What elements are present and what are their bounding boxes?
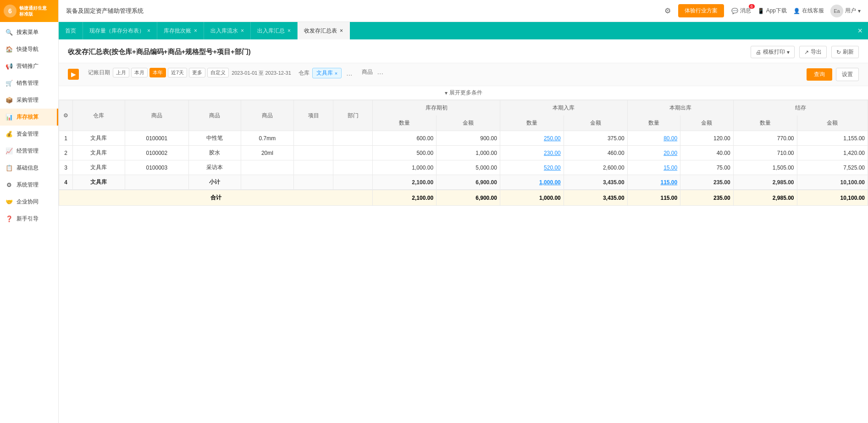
footer-init-qty: 2,100.00 [373, 190, 437, 206]
sidebar-menu: 🔍搜索菜单🏠快捷导航📢营销推广🛒销售管理📦采购管理📊库存核算💰资金管理📈经营管理… [0, 22, 58, 423]
sidebar-item-quick-nav[interactable]: 🏠快捷导航 [0, 41, 58, 58]
page-actions: 🖨 模板打印 ▾ ↗ 导出 ↻ 刷新 [751, 46, 859, 58]
cell-name: 采访本 [188, 160, 241, 175]
user-btn[interactable]: Ea 用户 ▾ [830, 5, 861, 17]
date-quick-btn-上月[interactable]: 上月 [113, 68, 129, 77]
sidebar-item-marketing[interactable]: 📢营销推广 [0, 58, 58, 75]
cell-in-qty[interactable]: 250.00 [500, 131, 564, 146]
data-table: ⚙ 仓库 商品 商品 商品 项目 部门 库存期初 本期入库 本期出库 结存 [59, 100, 868, 206]
table-config-header[interactable]: ⚙ [59, 100, 73, 131]
sidebar-item-search[interactable]: 🔍搜索菜单 [0, 24, 58, 41]
refresh-btn[interactable]: ↻ 刷新 [831, 46, 859, 58]
cell-in-qty[interactable]: 1,000.00 [500, 175, 564, 190]
col-warehouse-header: 仓库 [73, 100, 125, 131]
product-more-btn[interactable]: ... [376, 68, 385, 76]
sidebar-item-operations[interactable]: 📈经营管理 [0, 143, 58, 159]
cell-spec [241, 175, 294, 190]
cell-out-qty[interactable]: 115.00 [627, 175, 680, 190]
query-btn[interactable]: 查询 [807, 68, 832, 81]
tab-label: 现存量（库存分布表） [89, 27, 144, 35]
cell-warehouse: 文具库 [73, 131, 125, 146]
col-init-amt-header: 金额 [437, 115, 500, 131]
cell-seq: 1 [59, 131, 73, 146]
messages-btn[interactable]: 💬 消息 6 [731, 7, 751, 15]
tabs-close-all-btn[interactable]: × [852, 26, 868, 36]
sidebar-item-finance[interactable]: 💰资金管理 [0, 126, 58, 143]
cell-out-qty[interactable]: 20.00 [627, 146, 680, 160]
date-quick-btn-更多[interactable]: 更多 [189, 68, 205, 77]
col-out-amt-header: 金额 [680, 115, 734, 131]
cell-dept [333, 146, 373, 160]
search-icon: 🔍 [6, 29, 13, 36]
cell-init-amt: 5,000.00 [437, 160, 500, 175]
col-init-qty-header: 数量 [373, 115, 437, 131]
tab-close-btn[interactable]: × [147, 27, 150, 34]
tab-inventory-dist[interactable]: 现存量（库存分布表）× [83, 22, 157, 39]
cell-seq: 3 [59, 160, 73, 175]
col-in-amt-header: 金额 [564, 115, 627, 131]
tab-close-btn[interactable]: × [340, 27, 343, 34]
cell-code: 0100001 [125, 131, 188, 146]
cell-warehouse: 文具库 [73, 175, 125, 190]
tab-batch-account[interactable]: 库存批次账× [157, 22, 204, 39]
system-icon: ⚙ [6, 181, 13, 189]
expand-more-btn[interactable]: ▾ 展开更多条件 [445, 89, 482, 97]
date-quick-btn-本月[interactable]: 本月 [131, 68, 148, 77]
user-avatar: Ea [830, 5, 843, 17]
cell-project [294, 175, 333, 190]
cell-bal-amt: 1,155.00 [797, 131, 868, 146]
export-btn[interactable]: ↗ 导出 [799, 46, 827, 58]
cell-out-qty[interactable]: 15.00 [627, 160, 680, 175]
sidebar-item-purchase[interactable]: 📦采购管理 [0, 92, 58, 109]
footer-bal-qty: 2,985.00 [733, 190, 797, 206]
footer-init-amt: 6,900.00 [437, 190, 500, 206]
page-content: 收发存汇总表(按仓库+商品编码+商品+规格型号+项目+部门) 🖨 模板打印 ▾ … [59, 39, 868, 423]
filter-toggle-btn[interactable]: ▶ [68, 69, 79, 80]
col-group-out-header: 本期出库 [627, 100, 733, 116]
table-row: 3文具库0100003采访本1,000.005,000.00520.002,60… [59, 160, 868, 175]
footer-out-qty: 115.00 [627, 190, 680, 206]
tab-label: 收发存汇总表 [304, 27, 337, 35]
sidebar-item-guide[interactable]: ❓新手引导 [0, 210, 58, 227]
operations-icon: 📈 [6, 148, 13, 155]
tab-close-btn[interactable]: × [194, 27, 197, 34]
cell-seq: 2 [59, 146, 73, 160]
sidebar-item-sales[interactable]: 🛒销售管理 [0, 75, 58, 92]
print-btn[interactable]: 🖨 模板打印 ▾ [751, 46, 795, 58]
cell-project [294, 160, 333, 175]
warehouse-more-btn[interactable]: ... [344, 69, 354, 77]
sidebar-item-system[interactable]: ⚙系统管理 [0, 176, 58, 193]
filter-settings-btn[interactable]: 设置 [836, 68, 859, 81]
topbar-gear-icon[interactable]: ⚙ [664, 6, 671, 15]
logo-text: 畅捷通好生意 标准版 [19, 5, 47, 17]
footer-in-qty: 1,000.00 [500, 190, 564, 206]
sidebar-item-inventory[interactable]: 📊库存核算 [0, 109, 58, 126]
warehouse-tag-close[interactable]: × [335, 71, 337, 76]
page-inner: 收发存汇总表(按仓库+商品编码+商品+规格型号+项目+部门) 🖨 模板打印 ▾ … [59, 39, 868, 423]
tab-label: 出入库汇总 [257, 27, 285, 35]
tab-close-btn[interactable]: × [241, 27, 244, 34]
date-quick-btn-近7天[interactable]: 近7天 [168, 68, 187, 77]
filter-date-group: 记账日期 上月本月本年近7天更多自定义 2023-01-01 至 2023-12… [88, 68, 291, 77]
cell-dept [333, 131, 373, 146]
industry-btn[interactable]: 体验行业方案 [678, 4, 724, 17]
tab-in-out-flow[interactable]: 出入库流水× [204, 22, 251, 39]
sidebar-item-basic-info[interactable]: 📋基础信息 [0, 159, 58, 176]
main-area: 装备及固定资产辅助管理系统 ⚙ 体验行业方案 💬 消息 6 📱 App下载 👤 … [59, 0, 868, 423]
cell-in-qty[interactable]: 520.00 [500, 160, 564, 175]
date-quick-btn-自定义[interactable]: 自定义 [207, 68, 229, 77]
tab-close-btn[interactable]: × [287, 27, 291, 34]
tab-recv-send-summary[interactable]: 收发存汇总表× [298, 22, 350, 39]
cell-bal-qty: 770.00 [733, 131, 797, 146]
tab-in-out-summary[interactable]: 出入库汇总× [251, 22, 298, 39]
online-service-btn[interactable]: 👤 在线客服 [793, 7, 824, 15]
col-in-qty-header: 数量 [500, 115, 564, 131]
date-quick-btn-本年[interactable]: 本年 [149, 68, 166, 77]
col-group-in-header: 本期入库 [500, 100, 627, 116]
cell-in-qty[interactable]: 230.00 [500, 146, 564, 160]
cell-out-qty[interactable]: 80.00 [627, 131, 680, 146]
tab-home[interactable]: 首页 [59, 22, 83, 39]
sidebar-item-enterprise[interactable]: 🤝企业协同 [0, 193, 58, 210]
app-download-btn[interactable]: 📱 App下载 [757, 7, 787, 15]
cell-spec [241, 160, 294, 175]
